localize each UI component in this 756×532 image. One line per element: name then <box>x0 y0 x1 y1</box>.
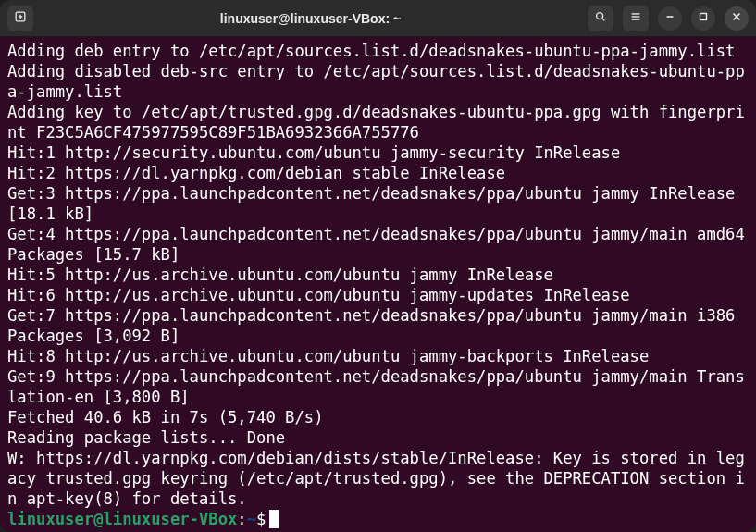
menu-icon <box>629 10 642 27</box>
search-icon <box>594 10 607 27</box>
prompt-path: ~ <box>247 509 256 529</box>
search-button[interactable] <box>588 6 613 31</box>
terminal-output: Adding deb entry to /etc/apt/sources.lis… <box>7 42 754 508</box>
titlebar-left <box>7 6 33 31</box>
svg-line-4 <box>602 18 605 20</box>
terminal-body[interactable]: Adding deb entry to /etc/apt/sources.lis… <box>0 37 756 532</box>
close-button[interactable] <box>725 6 749 31</box>
svg-point-3 <box>597 12 603 19</box>
prompt-line: linuxuser@linuxuser-VBox:~$ <box>7 509 749 529</box>
minimize-icon <box>663 10 676 27</box>
maximize-icon <box>697 10 710 27</box>
prompt-separator: : <box>237 509 246 529</box>
svg-rect-9 <box>700 13 707 19</box>
window-title: linuxuser@linuxuser-VBox: ~ <box>41 11 580 26</box>
menu-button[interactable] <box>623 6 649 31</box>
minimize-button[interactable] <box>658 6 682 31</box>
close-icon <box>730 10 743 27</box>
titlebar: linuxuser@linuxuser-VBox: ~ <box>0 0 756 37</box>
prompt-user-host: linuxuser@linuxuser-VBox <box>7 509 237 529</box>
new-tab-icon <box>14 10 27 27</box>
maximize-button[interactable] <box>691 6 715 31</box>
new-tab-button[interactable] <box>7 6 33 31</box>
prompt-symbol: $ <box>256 509 266 529</box>
titlebar-right <box>588 6 749 31</box>
cursor <box>269 510 279 528</box>
terminal-window: linuxuser@linuxuser-VBox: ~ <box>0 0 756 532</box>
